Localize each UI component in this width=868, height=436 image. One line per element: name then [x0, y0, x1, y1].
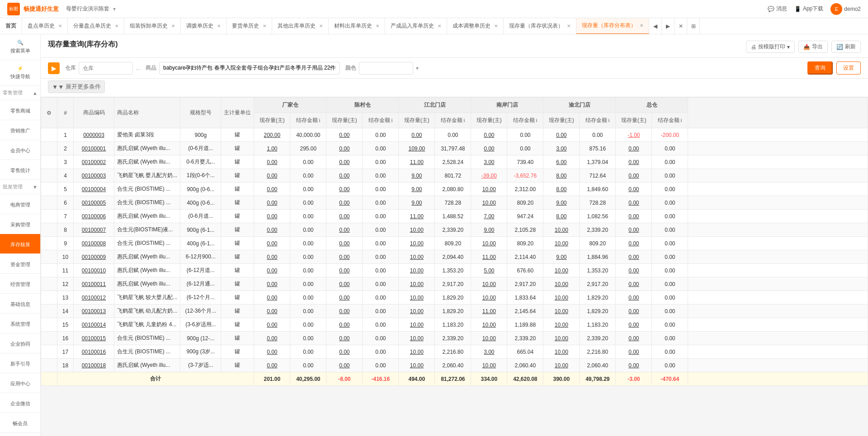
tab-stock-dist[interactable]: 现存量（库存分布表） ✕ — [576, 18, 649, 34]
table-cell[interactable]: 11.00 — [399, 155, 435, 169]
app-download-btn[interactable]: 📱 App下载 — [794, 5, 823, 13]
table-cell[interactable]: 10.00 — [471, 332, 507, 345]
table-cell[interactable]: 10.00 — [399, 291, 435, 305]
goods-input[interactable] — [159, 62, 340, 75]
sidebar-item-search[interactable]: 🔍 搜索英单 — [0, 34, 40, 60]
warehouse-input[interactable] — [79, 62, 133, 75]
tab-finished-in[interactable]: 产成品入库单历史 ✕ — [385, 18, 447, 34]
table-cell[interactable]: 0.00 — [254, 155, 290, 169]
table-cell[interactable]: 00100001 — [74, 142, 114, 155]
table-cell[interactable]: 10.00 — [543, 264, 580, 277]
table-cell[interactable]: 0.00 — [326, 169, 363, 183]
table-cell[interactable]: 00100012 — [74, 291, 114, 305]
table-cell[interactable]: 0.00 — [616, 237, 652, 250]
table-cell[interactable]: 0.00 — [326, 210, 363, 223]
table-container[interactable]: ⚙ # 商品编码 商品名称 规格型号 主计量单位 厂家仓 陈村仓 江北门店 南岸… — [41, 97, 868, 436]
user-menu[interactable]: E demo2 — [830, 3, 861, 15]
table-cell[interactable]: 10.00 — [543, 318, 580, 332]
sidebar-item-operations[interactable]: 经营管理 — [0, 274, 40, 294]
table-cell[interactable]: 10.00 — [543, 237, 580, 250]
table-cell[interactable]: 10.00 — [471, 277, 507, 291]
tab-close-other-out[interactable]: ✕ — [319, 23, 323, 28]
table-cell[interactable]: 9.00 — [399, 183, 435, 196]
table-cell[interactable]: 9.00 — [471, 223, 507, 237]
table-cell[interactable]: 6.00 — [543, 155, 580, 169]
table-cell[interactable]: 10.00 — [471, 196, 507, 210]
tab-next-btn[interactable]: ▶ — [662, 18, 675, 34]
table-cell[interactable]: 00100002 — [74, 155, 114, 169]
table-cell[interactable]: -1.00 — [616, 128, 652, 142]
table-cell[interactable]: 0.00 — [326, 305, 363, 318]
table-cell[interactable]: 10.00 — [543, 305, 580, 318]
table-cell[interactable]: 0.00 — [543, 128, 580, 142]
table-cell[interactable]: 8.00 — [543, 210, 580, 223]
table-cell[interactable]: 0.00 — [326, 318, 363, 332]
tab-close-finished-in[interactable]: ✕ — [438, 23, 441, 28]
tab-close-split-count[interactable]: ✕ — [115, 23, 118, 28]
tab-home[interactable]: 首页 — [0, 18, 22, 34]
table-cell[interactable]: 10.00 — [471, 237, 507, 250]
th-gear[interactable]: ⚙ — [41, 98, 57, 128]
tab-close-material-out[interactable]: ✕ — [376, 23, 379, 28]
tab-stock-status[interactable]: 现存量（库存状况表） ✕ — [504, 18, 576, 34]
tab-close-cost-adjust[interactable]: ✕ — [494, 23, 498, 28]
table-cell[interactable]: 10.00 — [399, 264, 435, 277]
message-btn[interactable]: 💬 消息 — [768, 5, 787, 13]
table-cell[interactable]: 0.00 — [254, 210, 290, 223]
sidebar-item-purchase[interactable]: 采购管理 — [0, 214, 40, 234]
table-cell[interactable]: 0.00 — [616, 169, 652, 183]
table-cell[interactable]: 00100018 — [74, 359, 114, 372]
table-cell[interactable]: 00100009 — [74, 250, 114, 264]
table-cell[interactable]: 0.00 — [616, 277, 652, 291]
table-cell[interactable]: 10.00 — [543, 332, 580, 345]
table-cell[interactable]: 00100010 — [74, 264, 114, 277]
table-cell[interactable]: 0.00 — [471, 142, 507, 155]
sidebar-item-app-center[interactable]: 应用中心 — [0, 373, 40, 393]
tab-close-inventory-count[interactable]: ✕ — [58, 23, 62, 28]
sidebar-item-member[interactable]: 会员中心 — [0, 140, 40, 160]
tab-close-purchase-order[interactable]: ✕ — [263, 23, 266, 28]
table-cell[interactable]: 0.00 — [326, 291, 363, 305]
table-cell[interactable]: 0.00 — [326, 142, 363, 155]
table-cell[interactable]: 8.00 — [543, 183, 580, 196]
table-cell[interactable]: 0.00 — [326, 223, 363, 237]
color-dropdown-arrow[interactable]: ▾ — [416, 65, 419, 71]
table-cell[interactable]: 0.00 — [254, 305, 290, 318]
sidebar-item-quick-nav[interactable]: ⚡ 快捷导航 — [0, 60, 40, 86]
table-cell[interactable]: 9.00 — [399, 196, 435, 210]
table-cell[interactable]: 0.00 — [254, 237, 290, 250]
table-cell[interactable]: 0.00 — [326, 332, 363, 345]
table-cell[interactable]: 0.00 — [254, 359, 290, 372]
table-cell[interactable]: 11.00 — [471, 250, 507, 264]
table-cell[interactable]: 0.00 — [254, 332, 290, 345]
table-cell[interactable]: 5.00 — [471, 264, 507, 277]
table-cell[interactable]: 00100004 — [74, 183, 114, 196]
table-cell[interactable]: 10.00 — [471, 183, 507, 196]
table-cell[interactable]: 0.00 — [616, 196, 652, 210]
tab-expand-btn[interactable]: ⊞ — [687, 18, 700, 34]
table-cell[interactable]: 0.00 — [326, 264, 363, 277]
sidebar-item-marketing[interactable]: 营销推广 — [0, 120, 40, 140]
table-cell[interactable]: 10.00 — [399, 359, 435, 372]
sidebar-item-enterprise-collab[interactable]: 企业协同 — [0, 333, 40, 353]
table-cell[interactable]: 11.00 — [471, 305, 507, 318]
sidebar-item-member2[interactable]: 畅会员 — [0, 413, 40, 433]
table-cell[interactable]: 109.00 — [399, 142, 435, 155]
table-cell[interactable]: 00100008 — [74, 237, 114, 250]
table-cell[interactable]: 0.00 — [326, 277, 363, 291]
table-cell[interactable]: 10.00 — [399, 332, 435, 345]
table-cell[interactable]: 0.00 — [616, 345, 652, 359]
table-cell[interactable]: 10.00 — [399, 250, 435, 264]
table-cell[interactable]: 0000003 — [74, 128, 114, 142]
table-cell[interactable]: 0.00 — [326, 250, 363, 264]
sidebar-item-system[interactable]: 系统管理 — [0, 314, 40, 333]
dropdown-icon[interactable]: ▾ — [113, 6, 116, 12]
sidebar-item-enterprise-wechat[interactable]: 企业微信 — [0, 393, 40, 413]
tab-cost-adjust[interactable]: 成本调整单历史 ✕ — [447, 18, 504, 34]
table-cell[interactable]: 0.00 — [616, 223, 652, 237]
table-cell[interactable]: 0.00 — [616, 291, 652, 305]
table-cell[interactable]: 8.00 — [543, 169, 580, 183]
sidebar-item-retail-mgmt[interactable]: 零售管理▲ — [0, 86, 40, 100]
query-btn[interactable]: 查询 — [807, 61, 833, 75]
table-cell[interactable]: 10.00 — [399, 223, 435, 237]
